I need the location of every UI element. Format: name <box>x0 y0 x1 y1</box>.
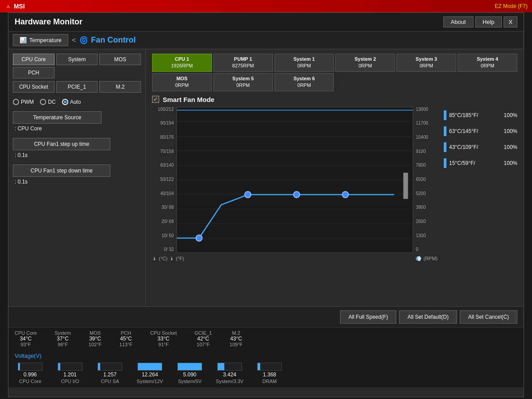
smart-fan-checkbox[interactable]: ✓ <box>152 96 159 103</box>
voltage-system33v: 3.424 System/3.3V <box>214 363 245 384</box>
radio-auto[interactable]: Auto <box>62 99 81 105</box>
celsius-label: 🌡 (°C) 🌡 (°F) <box>152 256 184 261</box>
voltage-bar-fill-cpu-sa <box>98 363 100 370</box>
temp-point-3: 43°C/109°F/ 100% <box>444 142 517 152</box>
temp-point-4: 15°C/59°F/ 100% <box>444 158 517 168</box>
sensor-pch: PCH 45°C 113°F <box>119 330 132 347</box>
radio-circle-pwm <box>13 99 19 105</box>
voltage-bar-fill-system12v <box>138 363 162 370</box>
voltage-bar-track-system12v <box>137 363 162 371</box>
tab-temperature[interactable]: 📊 Temperature <box>13 34 68 46</box>
radio-pwm[interactable]: PWM <box>13 99 34 105</box>
temp-point-1: 85°C/185°F/ 100% <box>444 110 517 120</box>
chart-area[interactable] <box>176 107 413 253</box>
sensor-buttons-row1: CPU Core System MOS PCH <box>13 54 141 78</box>
chart-section: 100/212 90/194 80/176 70/158 60/140 50/1… <box>152 107 517 262</box>
sensor-buttons-row2: CPU Socket PCIE_1 M.2 <box>13 81 141 93</box>
fan-cell-mos[interactable]: MOS 0RPM <box>152 73 212 91</box>
thermometer-f-icon: 🌡 <box>169 256 174 261</box>
fan-rpm-icon: 💨 <box>415 256 422 262</box>
sensor-btn-pcie1[interactable]: PCIE_1 <box>56 81 98 93</box>
fan-cell-system2[interactable]: System 2 0RPM <box>335 54 395 72</box>
sensor-m2: M.2 43°C 109°F <box>230 330 243 347</box>
radio-dc[interactable]: DC <box>40 99 55 105</box>
right-panel: CPU 1 1926RPM PUMP 1 8275RPM System 1 0R… <box>146 49 524 306</box>
temp-point-bar-2 <box>444 126 446 136</box>
thermometer-c-icon: 🌡 <box>152 256 157 261</box>
sensor-cpu-socket: CPU Socket 33°C 91°F <box>150 330 177 347</box>
voltage-section: Voltage(V) 0.996 CPU Core 1.201 CPU I/O <box>8 351 524 387</box>
sensor-btn-system[interactable]: System <box>56 54 98 65</box>
msi-topbar: 🔺 MSI EZ Mode (F7) <box>0 0 532 12</box>
chart-with-axes: 100/212 90/194 80/176 70/158 60/140 50/1… <box>152 107 438 262</box>
voltage-bar-fill-cpu-core <box>18 363 20 370</box>
fan-cell-system1[interactable]: System 1 0RPM <box>274 54 334 72</box>
voltage-label[interactable]: Voltage(V) <box>15 352 517 359</box>
fan-step-down-button[interactable]: CPU Fan1 step down time <box>13 164 110 177</box>
sensor-strip: CPU Core 34°C 93°F System 37°C 98°F MOS … <box>8 327 524 351</box>
action-buttons-bar: All Full Speed(F) All Set Default(D) All… <box>8 306 524 327</box>
all-set-cancel-button[interactable]: All Set Cancel(C) <box>460 310 517 324</box>
sensor-system: System 37°C 98°F <box>55 330 71 347</box>
temperature-icon: 📊 <box>20 37 27 43</box>
fan-cell-cpu1[interactable]: CPU 1 1926RPM <box>152 54 212 72</box>
radio-label-pwm: PWM <box>21 99 34 105</box>
fancontrol-tab-label: Fan Control <box>91 35 136 45</box>
sensor-btn-cpu-socket[interactable]: CPU Socket <box>13 81 55 93</box>
topbar-right: EZ Mode (F7) <box>495 3 528 9</box>
msi-logo: 🔺 MSI <box>4 3 25 10</box>
tab-fancontrol[interactable]: 🌀 Fan Control <box>79 35 136 45</box>
fan-cell-system5[interactable]: System 5 0RPM <box>213 73 273 91</box>
fan-selector-row1: CPU 1 1926RPM PUMP 1 8275RPM System 1 0R… <box>152 54 517 72</box>
voltage-system5v: 5.090 System/5V <box>174 363 205 384</box>
svg-point-15 <box>342 192 348 198</box>
tab-separator: < <box>72 36 76 44</box>
fan-cell-system4[interactable]: System 4 0RPM <box>458 54 517 72</box>
left-panel: CPU Core System MOS PCH CPU Socket PCIE_… <box>8 49 146 306</box>
fan-icon: 🌀 <box>79 36 88 44</box>
fan-cell-system3[interactable]: System 3 0RPM <box>396 54 456 72</box>
voltage-bar-track-system5v <box>177 363 202 371</box>
voltage-bar-track-cpu-io <box>58 363 82 371</box>
voltage-system12v: 12.264 System/12V <box>134 363 165 384</box>
hw-title: Hardware Monitor <box>15 17 82 27</box>
smart-fan-label: Smart Fan Mode <box>163 96 215 103</box>
fan-cell-pump1[interactable]: PUMP 1 8275RPM <box>213 54 273 72</box>
fan-cell-system6[interactable]: System 6 0RPM <box>274 73 334 91</box>
titlebar-buttons: About Help X <box>443 16 517 27</box>
voltage-bar-track-dram <box>257 363 282 371</box>
temp-source-button[interactable]: Temperature Source <box>13 111 102 124</box>
ez-mode-label: EZ Mode (F7) <box>495 3 528 9</box>
sensor-btn-cpu-core[interactable]: CPU Core <box>13 54 55 65</box>
radio-dot-auto <box>64 101 66 103</box>
temp-point-bar-1 <box>444 110 446 120</box>
chart-y-labels-right: 13000 11700 10400 9100 7800 6500 5200 39… <box>413 107 438 253</box>
mode-row: PWM DC Auto <box>13 99 141 105</box>
fan-step-up-button[interactable]: CPU Fan1 step up time <box>13 138 110 150</box>
svg-point-13 <box>245 192 251 198</box>
fan-step-up-value: : 0.1s <box>13 152 141 158</box>
sensor-btn-pch[interactable]: PCH <box>13 67 55 78</box>
radio-circle-dc <box>40 99 46 105</box>
about-button[interactable]: About <box>443 16 473 27</box>
hw-window: Hardware Monitor About Help X 📊 Temperat… <box>8 12 524 397</box>
radio-circle-auto <box>62 99 68 105</box>
sensor-cpu-core: CPU Core 34°C 93°F <box>15 330 37 347</box>
voltage-cpu-io: 1.201 CPU I/O <box>55 363 86 384</box>
chart-container: 100/212 90/194 80/176 70/158 60/140 50/1… <box>152 107 438 253</box>
temp-points-panel: 85°C/185°F/ 100% 63°C/145°F/ 100% 43°C/1… <box>438 107 517 262</box>
help-button[interactable]: Help <box>475 16 502 27</box>
voltage-bar-track-cpu-core <box>18 363 43 371</box>
all-full-speed-button[interactable]: All Full Speed(F) <box>340 310 396 324</box>
fan-selector-row2: MOS 0RPM System 5 0RPM System 6 0RPM <box>152 73 517 91</box>
voltage-cpu-sa: 1.257 CPU SA <box>94 363 125 384</box>
all-set-default-button[interactable]: All Set Default(D) <box>399 310 457 324</box>
smart-fan-header: ✓ Smart Fan Mode <box>152 96 517 103</box>
main-content-area: CPU Core System MOS PCH CPU Socket PCIE_… <box>8 49 524 306</box>
voltage-bar-fill-cpu-io <box>58 363 60 370</box>
sensor-btn-m2[interactable]: M.2 <box>99 81 141 93</box>
radio-label-auto: Auto <box>70 99 81 105</box>
temperature-tab-label: Temperature <box>29 37 62 43</box>
sensor-btn-mos[interactable]: MOS <box>99 54 141 65</box>
close-button[interactable]: X <box>504 16 517 27</box>
